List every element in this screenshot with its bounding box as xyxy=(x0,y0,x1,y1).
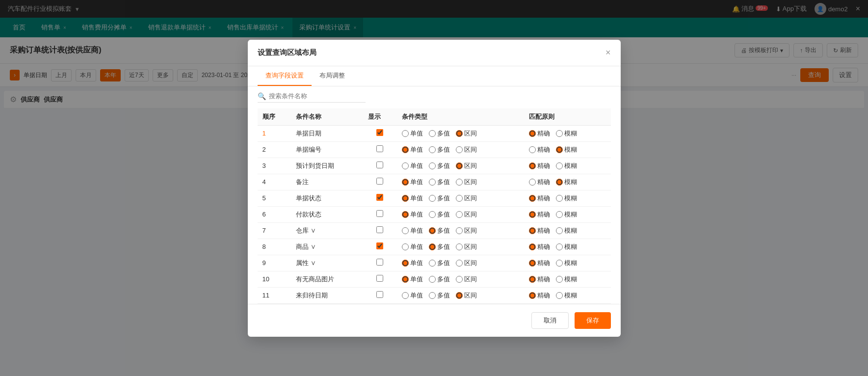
dialog-table: 顺序 条件名称 显示 条件类型 匹配原则 1 单据日期 xyxy=(258,108,611,113)
search-icon: 🔍 xyxy=(258,92,266,100)
th-type: 条件类型 xyxy=(397,108,524,113)
th-order: 顺序 xyxy=(258,108,291,113)
dialog-title: 设置查询区域布局 xyxy=(258,48,316,57)
dialog: 设置查询区域布局 × 查询字段设置 布局调整 🔍 顺序 条件名称 显示 xyxy=(248,40,621,113)
th-name: 条件名称 xyxy=(291,108,363,113)
th-display: 显示 xyxy=(363,108,397,113)
dialog-close-btn[interactable]: × xyxy=(605,48,611,58)
search-input[interactable] xyxy=(269,92,357,100)
dialog-overlay: 设置查询区域布局 × 查询字段设置 布局调整 🔍 顺序 条件名称 显示 xyxy=(0,0,868,112)
dialog-table-wrap: 顺序 条件名称 显示 条件类型 匹配原则 1 单据日期 xyxy=(248,108,621,113)
dialog-header: 设置查询区域布局 × xyxy=(248,40,621,66)
tab-layout-adjust[interactable]: 布局调整 xyxy=(312,66,353,86)
search-box: 🔍 xyxy=(258,92,366,103)
dialog-search-area: 🔍 xyxy=(248,86,621,108)
tab-query-fields[interactable]: 查询字段设置 xyxy=(258,66,312,86)
dialog-tabs: 查询字段设置 布局调整 xyxy=(248,66,621,86)
th-match: 匹配原则 xyxy=(524,108,611,113)
